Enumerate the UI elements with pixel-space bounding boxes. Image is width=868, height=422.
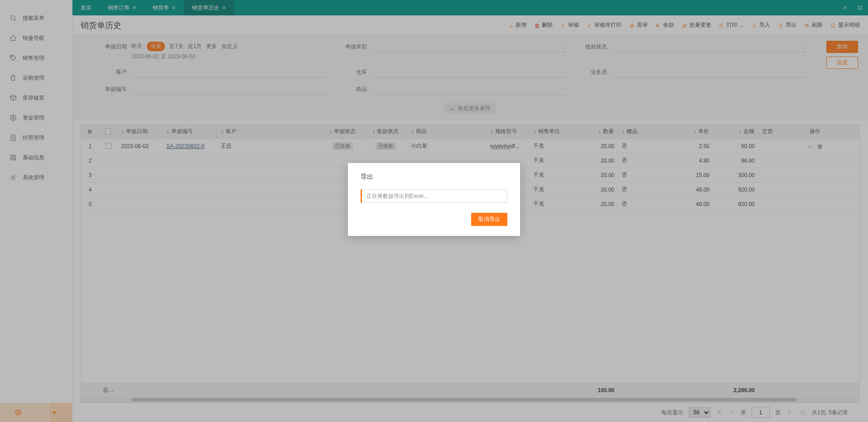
modal-mask: 导出 正在将数据导出到Excel... 取消导出: [0, 0, 868, 422]
export-status-text: 正在将数据导出到Excel...: [366, 192, 428, 200]
export-status-box: 正在将数据导出到Excel...: [361, 189, 507, 203]
modal-title: 导出: [361, 173, 507, 181]
export-modal: 导出 正在将数据导出到Excel... 取消导出: [348, 163, 520, 236]
cancel-export-button[interactable]: 取消导出: [471, 213, 507, 226]
